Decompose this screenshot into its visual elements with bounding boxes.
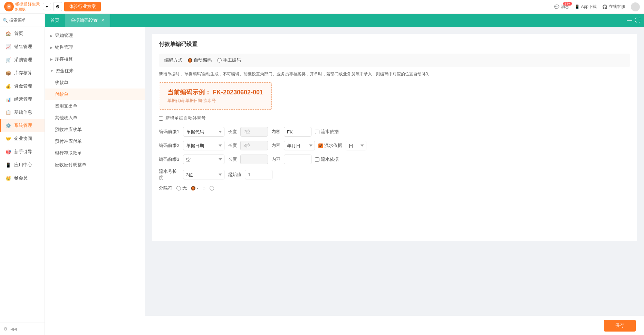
tab-close-btn[interactable]: ×: [101, 17, 104, 24]
sidebar-item-finance-label: 资金管理: [14, 83, 32, 89]
prefix3-content-input[interactable]: [284, 155, 311, 164]
sidebar-item-home[interactable]: 🏠 首页: [0, 27, 45, 40]
prefix2-content-select[interactable]: 年月日: [284, 141, 315, 150]
sep-none-option[interactable]: 无: [176, 185, 187, 191]
sidebar-item-purchase-label: 采购管理: [14, 57, 32, 63]
nav-sub-other-income[interactable]: 其他收入单: [45, 112, 145, 124]
sidebar-item-operation-label: 经营管理: [14, 96, 32, 102]
sidebar-item-inventory[interactable]: 📦 库存核算: [0, 66, 45, 80]
code-preview-sub: 单据代码-单据日期-流水号: [167, 98, 263, 104]
prefix3-select[interactable]: 空: [183, 155, 224, 164]
notice-text: 新增单据时，'单据编码'自动生成，不可编辑。前缀设置为部门、业务员等档案类，开单…: [159, 71, 630, 77]
sidebar-item-coop-label: 企业协同: [14, 136, 32, 142]
sidebar-item-member[interactable]: 👑 畅会员: [0, 171, 45, 185]
tab-minimize-btn[interactable]: —: [627, 17, 632, 24]
prefix2-row: 编码前缀2 单据日期 长度 内容 年月日: [159, 141, 630, 150]
nav-sub-adjust[interactable]: 应收应付调整单: [45, 159, 145, 171]
sidebar-item-inventory-label: 库存核算: [14, 70, 32, 76]
message-icon: 💬: [554, 4, 559, 9]
sidebar-item-newguide[interactable]: 🎯 新手引导: [0, 145, 45, 158]
messages-link[interactable]: 💬 消息 99+: [554, 4, 569, 10]
code-preview-box: 当前编码示例： FK-20230602-001 单据代码-单据日期-流水号: [159, 82, 272, 110]
app-download-label: App下载: [581, 4, 597, 10]
tab-home-label: 首页: [50, 17, 59, 24]
collapse-btn[interactable]: ◀◀: [10, 326, 17, 332]
page-title: 付款单编码设置: [159, 41, 630, 48]
nav-sub-receipt[interactable]: 收款单: [45, 77, 145, 89]
sidebar-search[interactable]: 🔍 搜索菜单: [0, 14, 45, 27]
prefix3-serial-check[interactable]: 流水依据: [315, 156, 339, 162]
nav-sub-pre-receive[interactable]: 预收冲应收单: [45, 124, 145, 136]
encoding-label: 编码方式: [164, 57, 182, 63]
serial-length-select[interactable]: 3位: [183, 170, 224, 179]
sidebar-item-member-label: 畅会员: [14, 175, 28, 181]
sep-dot2-radio[interactable]: [210, 186, 214, 190]
auto-fill-checkbox[interactable]: [159, 116, 163, 121]
sep-none-radio[interactable]: [176, 186, 181, 190]
settings-button[interactable]: ⚙: [53, 2, 62, 11]
nav-group-inventory: ▶ 库存核算: [45, 53, 145, 65]
sidebar-item-coop[interactable]: 🤝 企业协同: [0, 132, 45, 145]
sidebar-bottom: ⚙ ◀◀: [0, 323, 45, 335]
sep-dot-label: ·: [197, 186, 198, 191]
experience-button[interactable]: 体验行业方案: [64, 2, 101, 11]
page-footer: 保存: [145, 316, 644, 335]
prefix3-serial-checkbox[interactable]: [315, 157, 319, 162]
prefix1-length-label: 长度: [228, 129, 237, 135]
nav-sub-payment[interactable]: 付款单: [45, 89, 145, 100]
search-label: 搜索菜单: [9, 17, 26, 23]
auto-encode-radio[interactable]: [188, 58, 192, 63]
tab-home[interactable]: 首页: [45, 14, 65, 27]
sidebar-item-system[interactable]: ⚙️ 系统管理: [0, 119, 45, 132]
prefix2-serial-unit-select[interactable]: 日: [346, 141, 366, 150]
online-service-label: 在线客服: [609, 4, 625, 10]
app-download-link[interactable]: 📱 App下载: [575, 4, 597, 10]
sidebar-item-operation[interactable]: 📊 经营管理: [0, 93, 45, 106]
online-service-link[interactable]: 🎧 在线客服: [602, 4, 625, 10]
prefix1-content-input[interactable]: [284, 127, 311, 137]
prefix2-serial-checkbox[interactable]: [318, 143, 323, 148]
manual-encode-option[interactable]: 手工编码: [217, 57, 241, 63]
sep-dot-option[interactable]: ·: [191, 186, 198, 191]
chevron-right-icon: ▶: [50, 34, 53, 38]
prefix1-select[interactable]: 单据代码: [183, 127, 224, 137]
nav-group-inventory-header[interactable]: ▶ 库存核算: [45, 53, 145, 65]
sep-dot-radio[interactable]: [191, 186, 195, 190]
nav-group-fund: ▼ 资金往来 收款单 付款单 费用支出单 其他收入单: [45, 65, 145, 171]
save-button[interactable]: 保存: [604, 320, 636, 332]
purchase-icon: 🛒: [5, 57, 11, 63]
tab-fullscreen-btn[interactable]: ⛶: [635, 17, 641, 24]
nav-group-purchase-header[interactable]: ▶ 采购管理: [45, 30, 145, 41]
serial-start-input[interactable]: [245, 170, 272, 179]
prefix1-serial-checkbox[interactable]: [315, 130, 319, 134]
dropdown-button[interactable]: ▾: [43, 3, 51, 10]
prefix1-content-label: 内容: [271, 129, 280, 135]
home-icon: 🏠: [5, 30, 11, 37]
sales-icon: 📈: [5, 44, 11, 50]
manual-encode-radio[interactable]: [217, 58, 222, 63]
sidebar-item-sales[interactable]: 📈 销售管理: [0, 40, 45, 53]
nav-group-sales-header[interactable]: ▶ 销售管理: [45, 41, 145, 53]
sidebar-item-finance[interactable]: 💰 资金管理: [0, 80, 45, 93]
nav-sub-expense[interactable]: 费用支出单: [45, 100, 145, 112]
prefix1-serial-label: 流水依据: [321, 129, 339, 135]
nav-group-fund-header[interactable]: ▼ 资金往来: [45, 65, 145, 77]
manual-encode-label: 手工编码: [223, 57, 241, 63]
prefix2-select[interactable]: 单据日期: [183, 141, 224, 150]
prefix3-length-label: 长度: [228, 156, 237, 162]
sep-dot2-option[interactable]: [210, 186, 214, 190]
nav-sub-pre-pay[interactable]: 预付冲应付单: [45, 136, 145, 147]
sidebar-item-home-label: 首页: [14, 30, 23, 37]
sidebar-item-basic[interactable]: 📋 基础信息: [0, 106, 45, 119]
serial-start-label: 起始值: [228, 171, 241, 178]
nav-sub-bank[interactable]: 银行存取款单: [45, 147, 145, 159]
user-avatar[interactable]: [631, 2, 640, 11]
prefix1-serial-check[interactable]: 流水依据: [315, 129, 339, 135]
auto-encode-option[interactable]: 自动编码: [188, 57, 212, 63]
tab-encoding[interactable]: 单据编码设置 ×: [65, 14, 110, 27]
settings-bottom-btn[interactable]: ⚙: [3, 326, 8, 332]
sidebar-item-apps[interactable]: 📱 应用中心: [0, 158, 45, 171]
prefix2-serial-check[interactable]: 流水依据: [318, 142, 342, 149]
encoding-radio-group: 自动编码 手工编码: [188, 57, 241, 63]
sidebar-item-purchase[interactable]: 🛒 采购管理: [0, 53, 45, 66]
